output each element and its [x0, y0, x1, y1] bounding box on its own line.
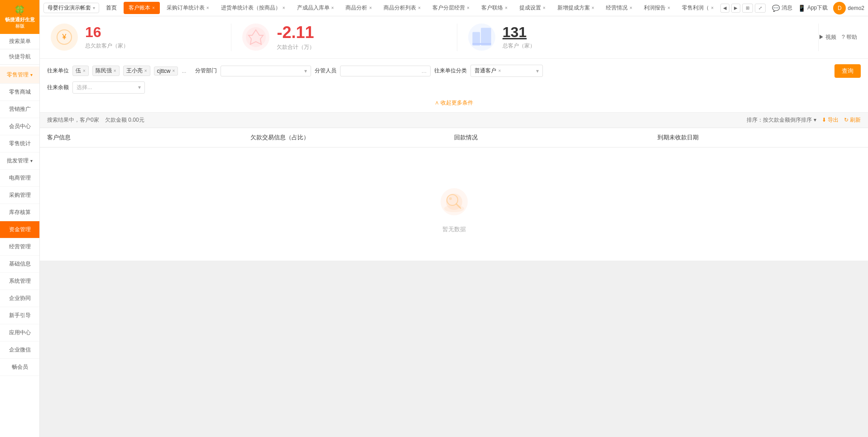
unit-category-select[interactable]: 普通客户 × ▾	[470, 65, 543, 77]
sidebar-item-capital[interactable]: 资金管理	[0, 221, 39, 238]
app-name: 畅捷通好生意	[5, 17, 35, 22]
debt-amount-icon	[242, 24, 269, 51]
sort-selector[interactable]: 排序：按欠款金额倒序排序 ▾	[747, 116, 816, 124]
tab-close-icon[interactable]: ×	[543, 5, 546, 10]
collapse-label: ∧ 收起更多条件	[435, 100, 473, 106]
debt-customers-value: 16	[85, 24, 220, 40]
filter-collapse-btn[interactable]: ∧ 收起更多条件	[47, 97, 861, 109]
sidebar-item-enterprise-coop[interactable]: 企业协同	[0, 290, 39, 307]
debt-amount-value: -2.11	[277, 24, 446, 42]
dept-select-arrow: ▾	[304, 68, 307, 74]
sidebar-item-member-center[interactable]: 会员中心	[0, 118, 39, 135]
content-area: ¥ 16 总欠款客户（家）	[40, 16, 868, 437]
result-summary: 搜索结果中，客户0家 欠款金额 0.00元	[47, 116, 144, 124]
sidebar-item-ecommerce[interactable]: 电商管理	[0, 170, 39, 187]
breadcrumb-selector[interactable]: 母婴行业演示帐套 ▾	[43, 3, 99, 13]
stat-debt-customers: ¥ 16 总欠款客户（家）	[51, 24, 231, 51]
topbar-tabs: 母婴行业演示帐套 ▾ 首页 客户账本 × 采购订单统计表 × 进货单统计表（按商…	[43, 2, 771, 14]
filter-more-btn[interactable]: ...	[182, 68, 186, 74]
tab-customer-contact[interactable]: 客户联络 ×	[476, 2, 513, 14]
sidebar-item-retail-mall[interactable]: 零售商城	[0, 84, 39, 101]
tab-home[interactable]: 首页	[101, 2, 122, 14]
sort-label: 排序：按欠款金额倒序排序	[747, 116, 812, 124]
tab-scroll-left[interactable]: ◀	[720, 4, 729, 13]
export-btn[interactable]: ⬇ 导出	[822, 116, 839, 124]
total-customers-info: 131 总客户（家）	[503, 24, 807, 50]
balance-select[interactable]: 选择... ▾	[72, 81, 145, 94]
refresh-btn[interactable]: ↻ 刷新	[844, 116, 861, 124]
sidebar-item-business[interactable]: 经营管理	[0, 238, 39, 256]
tab-close-icon[interactable]: ×	[418, 5, 421, 10]
quick-nav[interactable]: 快捷导航	[0, 49, 39, 65]
tab-purchase-order[interactable]: 采购订单统计表 ×	[162, 2, 214, 14]
tab-purchase-stats[interactable]: 进货单统计表（按商品） ×	[216, 2, 290, 14]
tab-expand[interactable]: ⊞	[742, 4, 753, 13]
tab-close-icon[interactable]: ×	[152, 5, 155, 10]
help-link[interactable]: ? 帮助	[842, 33, 857, 41]
tab-close-icon[interactable]: ×	[283, 5, 285, 10]
category-select-arrow: ▾	[536, 68, 539, 74]
sidebar-item-new-guide[interactable]: 新手引导	[0, 307, 39, 324]
video-link[interactable]: ▶ 视频	[819, 33, 836, 41]
tab-customers[interactable]: 客户账本 ×	[124, 2, 160, 14]
data-table: 客户信息 欠款交易信息（占比） 回款情况 到期未收款日期	[40, 128, 868, 261]
tab-promote-settings[interactable]: 提成设置 ×	[514, 2, 551, 14]
tab-operation[interactable]: 经营情况 ×	[601, 2, 637, 14]
user-menu[interactable]: D demo2	[833, 2, 864, 14]
remove-tag-cjttcw[interactable]: ×	[173, 68, 175, 73]
remove-tag-wang[interactable]: ×	[144, 68, 147, 73]
chevron-down-icon: ▾	[93, 5, 95, 10]
sidebar-item-purchase[interactable]: 采购管理	[0, 187, 39, 204]
total-customers-value: 131	[503, 24, 807, 40]
tab-new-promote[interactable]: 新增提成方案 ×	[552, 2, 599, 14]
result-actions: 排序：按欠款金额倒序排序 ▾ ⬇ 导出 ↻ 刷新	[747, 116, 861, 124]
remove-category-tag[interactable]: ×	[498, 68, 501, 73]
sidebar-item-inventory[interactable]: 库存核算	[0, 204, 39, 221]
tab-close-icon[interactable]: ×	[505, 5, 508, 10]
sidebar-item-batch-mgmt[interactable]: 批发管理▾	[0, 152, 39, 170]
app-download-btn[interactable]: 📱 App下载	[798, 4, 828, 12]
tab-close-icon[interactable]: ×	[592, 5, 595, 10]
logo-icon: 🍀	[5, 5, 35, 16]
tab-goods-list[interactable]: 商品分析列表 ×	[379, 2, 426, 14]
person-select-arrow: …	[421, 68, 427, 74]
total-customers-label: 总客户（家）	[503, 42, 807, 50]
remove-tag-chen[interactable]: ×	[114, 68, 116, 73]
query-button[interactable]: 查询	[834, 64, 861, 78]
branch-person-select[interactable]: …	[340, 66, 431, 76]
tab-product-inbound[interactable]: 产成品入库单 ×	[292, 2, 339, 14]
sidebar-item-app-center[interactable]: 应用中心	[0, 324, 39, 342]
tab-retail-profit[interactable]: 零售利润（ ×	[677, 2, 719, 14]
empty-text: 暂无数据	[442, 225, 466, 233]
sidebar-item-enterprise-wechat[interactable]: 企业微信	[0, 342, 39, 359]
tab-goods-analysis[interactable]: 商品分析 ×	[340, 2, 377, 14]
branch-dept-select[interactable]: ▾	[221, 66, 311, 76]
messages-btn[interactable]: 💬 消息	[772, 4, 792, 12]
avatar: D	[833, 2, 846, 14]
tab-close-icon[interactable]: ×	[711, 5, 714, 10]
sidebar-item-retail-stats[interactable]: 零售统计	[0, 135, 39, 152]
tab-close-icon[interactable]: ×	[331, 5, 334, 10]
tab-fullscreen[interactable]: ⤢	[755, 4, 766, 13]
video-label: 视频	[825, 34, 836, 40]
tab-customer-tier[interactable]: 客户分层经营 ×	[427, 2, 475, 14]
main-area: 母婴行业演示帐套 ▾ 首页 客户账本 × 采购订单统计表 × 进货单统计表（按商…	[40, 0, 868, 437]
sidebar-item-system[interactable]: 系统管理	[0, 273, 39, 290]
sidebar-item-retail-mgmt[interactable]: 零售管理 ▾	[0, 66, 39, 84]
remove-tag-wu[interactable]: ×	[83, 68, 86, 73]
tab-close-icon[interactable]: ×	[369, 5, 372, 10]
result-debt-amount: 欠款金额 0.00元	[105, 117, 144, 123]
tab-close-icon[interactable]: ×	[206, 5, 209, 10]
tab-profit-report[interactable]: 利润报告 ×	[639, 2, 675, 14]
tab-close-icon[interactable]: ×	[467, 5, 470, 10]
sidebar-item-vip[interactable]: 畅会员	[0, 359, 39, 376]
export-label: 导出	[828, 116, 839, 124]
sidebar-item-basic-info[interactable]: 基础信息	[0, 256, 39, 273]
sidebar-item-marketing[interactable]: 营销推广	[0, 101, 39, 118]
sort-arrow-icon: ▾	[814, 117, 816, 123]
app-version: 标版	[15, 24, 24, 28]
tab-close-icon[interactable]: ×	[629, 5, 632, 10]
tab-scroll-right[interactable]: ▶	[731, 4, 740, 13]
sidebar-search[interactable]: 搜索菜单	[0, 34, 39, 49]
tab-close-icon[interactable]: ×	[667, 5, 670, 10]
